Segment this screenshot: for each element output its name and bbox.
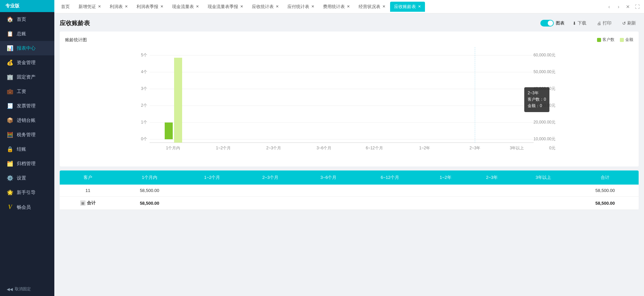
tab-receivable-stat[interactable]: 应收统计表 ✕ [248,2,283,12]
sidebar-label-inventory: 进销台账 [17,117,36,124]
cell-y12-0 [422,185,469,197]
tab-operation-close[interactable]: ✕ [382,4,385,9]
tab-aging-close[interactable]: ✕ [418,4,421,9]
cell-customer-0: 11 [60,185,116,197]
sidebar-item-settings[interactable]: ⚙️ 设置 [0,171,54,185]
cell-y3plus-0 [515,185,572,197]
svg-text:10,000.00元: 10,000.00元 [534,137,555,141]
sidebar-label-reports: 报表中心 [17,45,36,51]
th-m612: 6~12个月 [358,170,422,185]
tab-receivable-stat-close[interactable]: ✕ [276,4,279,9]
sidebar-item-home[interactable]: 🏠 首页 [0,12,54,27]
tab-cashflow[interactable]: 现金流量表 ✕ [168,2,203,12]
tab-profit-close[interactable]: ✕ [125,4,128,9]
main-area: 首页 新增凭证 ✕ 利润表 ✕ 利润表季报 ✕ 现金流量表 ✕ 现金流量表季报 … [54,0,644,296]
toggle-label: 图表 [556,20,565,26]
sidebar-item-vip[interactable]: V 畅会员 [0,200,54,215]
tab-cashflow-label: 现金流量表 [172,4,194,10]
cell-m1-0: 58,500.00 [116,185,183,197]
refresh-label: 刷新 [627,20,636,26]
sidebar-item-guide[interactable]: 🌟 新手引导 [0,185,54,200]
svg-text:40,000.00元: 40,000.00元 [534,86,555,91]
total-icon: ▣ [80,200,86,206]
sidebar-item-salary[interactable]: 💼 工资 [0,84,54,99]
download-button[interactable]: ⬇ 下载 [570,19,589,28]
unpin-button[interactable]: ◀◀ 取消固定 [0,282,54,296]
tab-cashflow-quarter-label: 现金流量表季报 [208,4,238,10]
chart-area: 5个 4个 3个 2个 1个 0个 60,000.00元 50,000.00元 … [65,47,633,161]
tab-profit-label: 利润表 [110,4,123,10]
tab-profit-quarter-label: 利润表季报 [137,4,158,10]
tab-expense-stat-close[interactable]: ✕ [347,4,350,9]
tab-receivable-stat-label: 应收统计表 [252,4,274,10]
th-customer: 客户 [60,170,116,185]
sidebar-item-close[interactable]: 🔒 结账 [0,142,54,156]
refresh-button[interactable]: ↺ 刷新 [620,19,639,28]
sidebar-item-archive[interactable]: 🗂️ 归档管理 [0,156,54,171]
tab-payable-stat[interactable]: 应付统计表 ✕ [283,2,318,12]
sidebar-label-guide: 新手引导 [17,190,36,196]
refresh-icon: ↺ [622,21,626,26]
chart-toggle[interactable] [540,20,554,27]
cell-m612-0 [358,185,422,197]
sidebar-item-assets[interactable]: 🏢 固定资产 [0,70,54,84]
cell-y23-0 [469,185,515,197]
sidebar-item-ledger[interactable]: 📋 总账 [0,27,54,41]
unpin-label: 取消固定 [15,286,31,292]
table-total-row: ▣ 合计 58,500.00 58,500.00 [60,197,639,210]
tax-icon: 🧮 [7,132,13,138]
sidebar-item-funds[interactable]: 💰 资金管理 [0,55,54,70]
tab-prev-button[interactable]: ‹ [605,3,613,11]
sidebar: 专业版 🏠 首页 📋 总账 📊 报表中心 💰 资金管理 🏢 固定资产 💼 工资 … [0,0,54,296]
ledger-icon: 📋 [7,31,13,37]
tab-profit-quarter[interactable]: 利润表季报 ✕ [132,2,167,12]
total-total: 58,500.00 [572,197,639,210]
tab-fullscreen-button[interactable]: ⛶ [633,3,641,11]
bar-amount-0 [174,58,182,143]
page-actions: 图表 ⬇ 下载 🖨 打印 ↺ 刷新 [540,19,639,28]
svg-text:1个月内: 1个月内 [166,146,180,150]
tab-operation-label: 经营状况表 [359,4,380,10]
svg-text:60,000.00元: 60,000.00元 [534,53,555,57]
tab-bar: 首页 新增凭证 ✕ 利润表 ✕ 利润表季报 ✕ 现金流量表 ✕ 现金流量表季报 … [54,0,644,13]
tab-payable-stat-label: 应付统计表 [287,4,309,10]
tab-cashflow-close[interactable]: ✕ [196,4,199,9]
salary-icon: 💼 [7,88,13,95]
total-text: 合计 [87,200,96,206]
th-y23: 2~3年 [469,170,515,185]
tab-cashflow-quarter[interactable]: 现金流量表季报 ✕ [204,2,247,12]
sidebar-item-inventory[interactable]: 📦 进销台账 [0,113,54,128]
page-header: 应收账龄表 图表 ⬇ 下载 🖨 打印 ↺ 刷新 [60,19,639,28]
cell-m23-0 [241,185,299,197]
tab-next-button[interactable]: › [614,3,623,11]
page-content: 应收账龄表 图表 ⬇ 下载 🖨 打印 ↺ 刷新 [54,13,644,296]
cell-m36-0 [300,185,358,197]
total-label: ▣ 合计 [62,200,113,206]
table-header-row: 客户 1个月内 1~2个月 2~3个月 3~6个月 6~12个月 1~2年 2~… [60,170,639,185]
guide-icon: 🌟 [7,189,13,196]
sidebar-item-reports[interactable]: 📊 报表中心 [0,41,54,55]
tab-expense-stat[interactable]: 费用统计表 ✕ [319,2,354,12]
tab-cashflow-quarter-close[interactable]: ✕ [240,4,243,9]
tab-aging[interactable]: 应收账龄表 ✕ [390,2,425,12]
tab-close-all-button[interactable]: ✕ [624,3,632,11]
invoices-icon: 🧾 [7,103,13,109]
th-m36: 3~6个月 [300,170,358,185]
sidebar-label-settings: 设置 [17,175,26,181]
legend-amount-dot [620,38,624,42]
tab-operation[interactable]: 经营状况表 ✕ [355,2,389,12]
tab-profit-quarter-close[interactable]: ✕ [160,4,163,9]
sidebar-item-tax[interactable]: 🧮 税务管理 [0,128,54,142]
download-icon: ⬇ [573,21,576,26]
tab-home[interactable]: 首页 [57,2,74,12]
tab-voucher-close[interactable]: ✕ [98,4,101,9]
tab-profit[interactable]: 利润表 ✕ [106,2,132,12]
sidebar-label-archive: 归档管理 [17,161,36,167]
sidebar-label-assets: 固定资产 [17,74,36,80]
svg-text:3年以上: 3年以上 [510,146,524,150]
print-button[interactable]: 🖨 打印 [594,19,614,28]
sidebar-item-invoices[interactable]: 🧾 发票管理 [0,99,54,113]
tab-voucher[interactable]: 新增凭证 ✕ [74,2,105,12]
svg-text:1~2个月: 1~2个月 [216,146,231,150]
tab-payable-stat-close[interactable]: ✕ [311,4,314,9]
